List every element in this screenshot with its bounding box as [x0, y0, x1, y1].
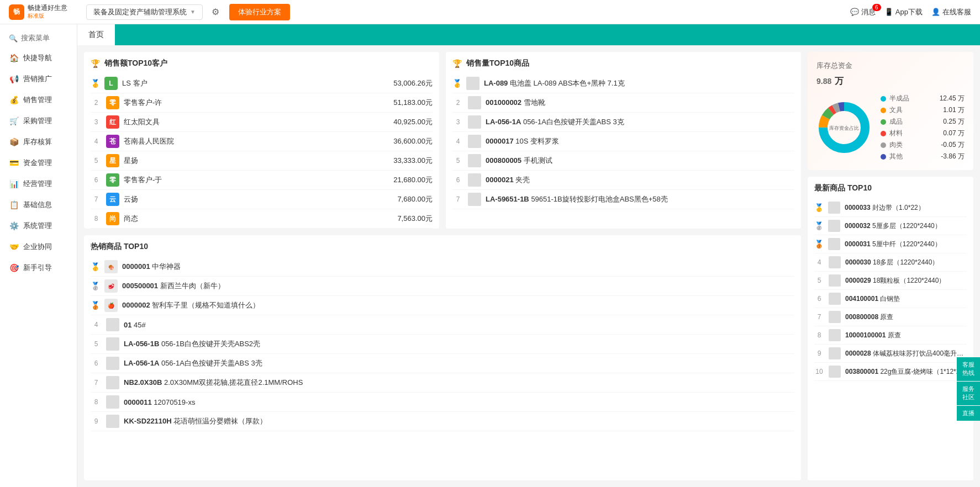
product-name: 0000002 智利车子里（规格不知道填什么）: [122, 300, 794, 310]
rank-number: 6: [452, 176, 463, 184]
product-thumbnail: 🍎: [104, 299, 118, 312]
product-thumbnail: [828, 220, 840, 232]
product-name: 0000033 封边带（1.0*22）: [845, 203, 967, 213]
sales-icon: 💰: [9, 95, 19, 105]
product-name: 0000031 5厘中纤（1220*2440）: [845, 240, 967, 249]
table-row: 5 LA-056-1B 056-1B白色按键开关壳ABS2壳: [91, 335, 794, 354]
tab-home[interactable]: 首页: [77, 24, 115, 45]
customer-name: LS 客户: [122, 78, 389, 88]
table-row: 2 零 零售客户-许 51,183.00元: [91, 93, 433, 113]
legend-dot: [881, 131, 886, 136]
product-name: 0000028 体碱荔枝味苏打饮品400毫升（1*15）: [845, 349, 967, 358]
product-row: 10 003800001 22g鱼豆腐-烧烤味（1*12*20）: [814, 363, 967, 381]
customer-name: 零售客户-许: [124, 98, 389, 108]
product-img: [468, 193, 481, 206]
search-menu-button[interactable]: 🔍 搜索菜单: [0, 29, 77, 47]
product-thumbnail: 🥩: [104, 279, 118, 293]
product-name: LA-089 电池盖 LA-089 ABS本色+黑种 7.1克: [484, 78, 794, 88]
inventory-legend: 半成品 12.45 万 文具 1.01 万 成品 0: [881, 94, 965, 161]
sidebar-item-quick-nav[interactable]: 🏠 快捷导航: [0, 47, 77, 68]
product-thumbnail: [106, 318, 119, 331]
customer-amount: 51,183.00元: [393, 98, 433, 108]
logo-area: 畅 畅捷通好生意 标准版: [9, 4, 86, 20]
marketing-icon: 📢: [9, 74, 19, 84]
app-icon: 📱: [884, 8, 893, 16]
online-service-button[interactable]: 👤 在线客服: [931, 7, 971, 17]
rank-number: 4: [814, 258, 824, 266]
table-row: 3 LA-056-1A 056-1A白色按键开关盖ABS 3克: [452, 113, 794, 132]
customer-name: 苍南县人民医院: [124, 136, 389, 146]
silver-medal-icon-2: 🥈: [814, 221, 824, 230]
sidebar-item-guide[interactable]: 🎯 新手引导: [0, 257, 77, 278]
sidebar-item-sales[interactable]: 💰 销售管理: [0, 89, 77, 110]
system-name: 装备及固定资产辅助管理系统: [93, 7, 187, 17]
message-button[interactable]: 💬 消息 6: [850, 7, 876, 17]
try-button[interactable]: 体验行业方案: [229, 4, 290, 20]
legend-item: 文具 1.01 万: [881, 105, 965, 115]
table-row: 3 红 红太阳文具 40,925.00元: [91, 113, 433, 132]
system-selector[interactable]: 装备及固定资产辅助管理系统 ▼: [86, 4, 203, 20]
product-name: 000800005 手机测试: [486, 156, 794, 166]
main-wrapper: 🔍 搜索菜单 🏠 快捷导航 📢 营销推广 💰 销售管理 🛒 采购管理 📦 库存核…: [0, 24, 980, 487]
product-row: 9 0000028 体碱荔枝味苏打饮品400毫升（1*15）: [814, 345, 967, 363]
product-img: [468, 154, 481, 167]
rank-number: 7: [452, 195, 463, 203]
product-name: 01 45#: [124, 321, 794, 329]
purchase-icon: 🛒: [9, 116, 19, 126]
avatar: L: [104, 77, 118, 90]
sidebar-item-inventory[interactable]: 📦 库存核算: [0, 131, 77, 152]
rank-number: 8: [814, 331, 824, 339]
product-thumbnail: [829, 293, 841, 305]
product-thumbnail: [829, 256, 841, 268]
bronze-medal-icon: 🥉: [91, 301, 100, 310]
rank-number: 3: [452, 118, 463, 126]
service-community-button[interactable]: 服务社区: [957, 382, 980, 405]
sidebar-label-6: 经营管理: [23, 179, 52, 189]
rank-number: 7: [814, 313, 824, 321]
table-row: 6 LA-056-1A 056-1A白色按键开关盖ABS 3壳: [91, 354, 794, 373]
sidebar-item-finance[interactable]: 💳 资金管理: [0, 152, 77, 173]
gold-medal-icon-3: 🥇: [91, 262, 100, 271]
table-row: 8 尚 尚态 7,563.00元: [91, 209, 433, 229]
service-icon: 👤: [931, 8, 940, 16]
customer-amount: 36,600.00元: [393, 136, 433, 146]
live-broadcast-button[interactable]: 直播: [957, 406, 980, 421]
customer-amount: 7,680.00元: [397, 194, 433, 204]
rank-number: 8: [91, 215, 102, 223]
product-name: 0000017 10S 变料罗浆: [486, 136, 794, 146]
product-row: 4 0000030 18多层（1220*2440）: [814, 253, 967, 272]
svg-text:库存资金占比: 库存资金占比: [829, 125, 859, 131]
rank-number: 5: [91, 340, 102, 348]
app-download-button[interactable]: 📱 App下载: [884, 7, 923, 17]
product-thumbnail: 🍖: [104, 260, 118, 273]
sidebar-item-system[interactable]: ⚙️ 系统管理: [0, 215, 77, 236]
product-name: 0000011 12070519-xs: [124, 398, 794, 406]
page-content: 🏆 销售额TOP10客户 🥇 L LS 客户 53,006.26元 2: [77, 45, 980, 487]
gold-medal-icon-2: 🥇: [452, 79, 462, 88]
product-img: [466, 77, 480, 90]
new-products-card: 最新商品 TOP10 🥇 0000033 封边带（1.0*22） 🥈 00000…: [808, 177, 973, 480]
table-row: 4 苍 苍南县人民医院 36,600.00元: [91, 132, 433, 151]
message-icon: 💬: [850, 8, 859, 16]
customer-name: 红太阳文具: [124, 117, 389, 127]
sidebar-label-9: 企业协同: [23, 242, 52, 252]
top-tables-row: 🏆 销售额TOP10客户 🥇 L LS 客户 53,006.26元 2: [84, 52, 801, 229]
product-thumbnail: [828, 238, 840, 250]
inventory-icon: 📦: [9, 137, 19, 147]
logo-main-text: 畅捷通好生意: [28, 4, 67, 13]
sidebar-item-purchase[interactable]: 🛒 采购管理: [0, 110, 77, 131]
customer-service-button[interactable]: 客服热线: [957, 357, 980, 381]
rank-number: 5: [452, 157, 463, 165]
product-thumbnail: [829, 347, 841, 359]
sidebar-label-10: 新手引导: [23, 263, 52, 273]
sidebar-item-operations[interactable]: 📊 经营管理: [0, 173, 77, 194]
settings-icon[interactable]: ⚙: [207, 4, 224, 20]
product-sales-top10-title: 🏆 销售量TOP10商品: [452, 59, 794, 68]
product-thumbnail: [106, 357, 119, 370]
sidebar-item-basic-info[interactable]: 📋 基础信息: [0, 194, 77, 215]
product-name: 0000001 中华神器: [122, 262, 794, 272]
sidebar-item-cooperation[interactable]: 🤝 企业协同: [0, 236, 77, 257]
table-row: 7 NB2.0X30B 2.0X30MM双搓花轴,搓花直径2.1MM/ROHS: [91, 373, 794, 393]
sidebar-item-marketing[interactable]: 📢 营销推广: [0, 68, 77, 89]
rank-number: 5: [814, 277, 824, 284]
